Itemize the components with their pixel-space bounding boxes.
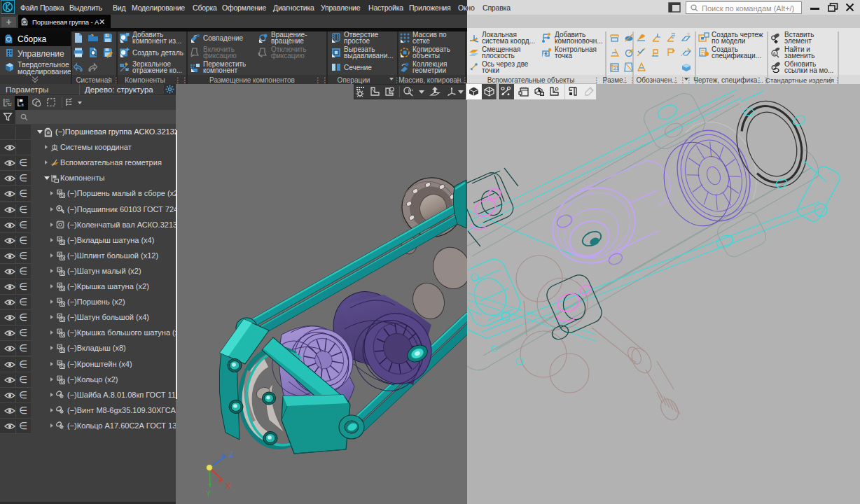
svg-text:A: A xyxy=(773,51,777,56)
svg-text:Z: Z xyxy=(229,450,234,458)
svg-text:X: X xyxy=(226,482,231,490)
svg-text:8: 8 xyxy=(22,103,24,107)
svg-text:1: 1 xyxy=(8,99,10,102)
svg-text:?: ? xyxy=(687,32,690,37)
svg-text:R: R xyxy=(630,49,634,53)
svg-text:Y: Y xyxy=(206,489,211,498)
svg-text:31: 31 xyxy=(613,66,619,71)
svg-text:12: 12 xyxy=(8,103,12,106)
